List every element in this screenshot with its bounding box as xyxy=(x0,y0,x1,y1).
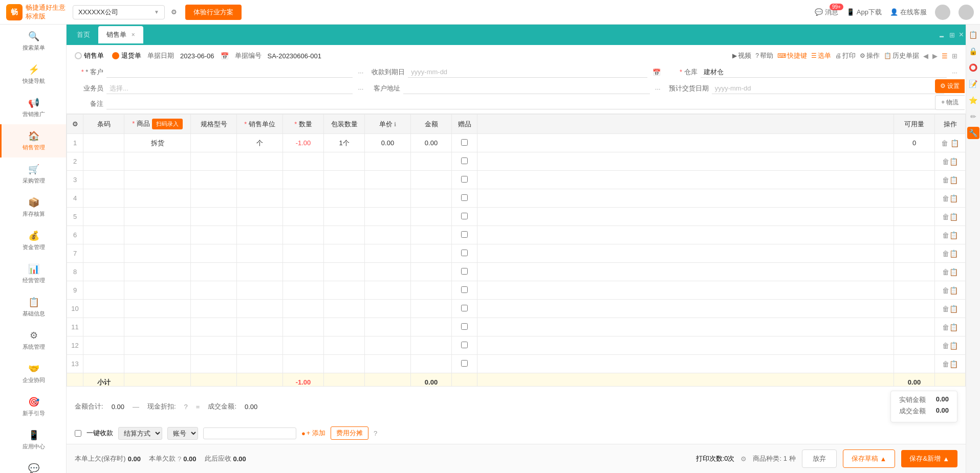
company-settings-icon[interactable]: ⚙ xyxy=(169,6,179,18)
save-draft-button[interactable]: 保存草稿 ▲ xyxy=(843,449,896,468)
customer-more-icon[interactable]: ··· xyxy=(358,69,363,76)
right-panel-icon-7[interactable]: 🔧 xyxy=(967,127,979,139)
payment-due-input[interactable] xyxy=(408,66,647,78)
right-panel-icon-6[interactable]: ✏ xyxy=(967,110,979,123)
col-settings-header[interactable]: ⚙ xyxy=(67,115,83,134)
right-panel-icon-3[interactable]: ⭕ xyxy=(967,61,979,74)
sidebar-item-sales[interactable]: 🏠 销售管理 xyxy=(0,124,66,157)
logistics-button[interactable]: + 物流 xyxy=(935,95,965,110)
copy-icon-1[interactable]: 📋 xyxy=(950,139,959,147)
sidebar-item-operations[interactable]: 📊 经营管理 xyxy=(0,257,66,290)
sidebar-item-enterprise[interactable]: 🤝 企业协同 xyxy=(0,357,66,390)
calendar-icon[interactable]: 📅 xyxy=(221,52,229,60)
salesperson-more-icon[interactable]: ··· xyxy=(358,85,363,93)
copy-icon[interactable]: 📋 xyxy=(949,250,958,258)
barcode-1[interactable] xyxy=(83,134,124,152)
online-service-button[interactable]: 👤 在线客服 xyxy=(890,8,927,17)
debit-info-icon[interactable]: ? xyxy=(178,455,181,463)
right-panel-icon-5[interactable]: ⭐ xyxy=(967,94,979,106)
sidebar-item-search[interactable]: 🔍 搜索菜单 xyxy=(0,25,66,58)
copy-icon[interactable]: 📋 xyxy=(949,213,958,221)
history-action[interactable]: 📋 历史单据 xyxy=(884,51,919,60)
scan-button[interactable]: 扫码录入 xyxy=(152,119,183,129)
sidebar-item-system[interactable]: ⚙ 系统管理 xyxy=(0,324,66,357)
copy-icon[interactable]: 📋 xyxy=(949,323,958,331)
right-panel-icon-4[interactable]: 📝 xyxy=(967,78,979,90)
tab-maximize-icon[interactable]: ⊞ xyxy=(949,31,955,39)
notes-1[interactable] xyxy=(477,134,894,152)
sidebar-item-guide[interactable]: 🎯 新手引导 xyxy=(0,390,66,423)
unit-price-1[interactable]: 0.00 xyxy=(365,134,411,152)
print-action[interactable]: 🖨 打印 xyxy=(835,51,856,60)
pkg-qty-1[interactable]: 1个 xyxy=(324,134,365,152)
spec-1[interactable] xyxy=(191,134,237,152)
copy-icon[interactable]: 📋 xyxy=(949,157,958,166)
tab-sales-order[interactable]: 销售单 × xyxy=(98,26,143,43)
delete-icon[interactable]: 🗑 xyxy=(942,286,949,295)
nav-prev-icon[interactable]: ◀ xyxy=(923,52,928,60)
avatar2[interactable] xyxy=(959,5,974,20)
customer-address-input[interactable] xyxy=(403,83,649,94)
right-panel-icon-2[interactable]: 🔒 xyxy=(967,45,979,57)
grid-view-icon[interactable]: ⊞ xyxy=(952,52,957,60)
sidebar-item-purchase[interactable]: 🛒 采购管理 xyxy=(0,157,66,191)
radio-return-order[interactable]: 退货单 xyxy=(112,51,141,60)
warehouse-input[interactable] xyxy=(701,66,947,78)
delete-icon[interactable]: 🗑 xyxy=(942,268,949,276)
save-new-button[interactable]: 保存&新增 ▲ xyxy=(901,450,957,467)
tab-close-all-icon[interactable]: × xyxy=(959,30,964,39)
fee-split-button[interactable]: 费用分摊 xyxy=(331,426,368,440)
copy-icon[interactable]: 📋 xyxy=(949,231,958,239)
amount-1[interactable]: 0.00 xyxy=(411,134,452,152)
video-action[interactable]: ▶ 视频 xyxy=(732,51,751,60)
customer-input[interactable] xyxy=(106,66,353,78)
nav-next-icon[interactable]: ▶ xyxy=(932,52,938,60)
delete-icon[interactable]: 🗑 xyxy=(942,194,949,202)
delete-icon[interactable]: 🗑 xyxy=(942,250,949,258)
address-more-icon[interactable]: ··· xyxy=(655,85,661,93)
sidebar-item-marketing[interactable]: 📢 营销推广 xyxy=(0,91,66,124)
print-settings-icon[interactable]: ⚙ xyxy=(741,455,747,463)
delete-icon[interactable]: 🗑 xyxy=(942,342,949,350)
discount-info-icon[interactable]: ? xyxy=(184,403,188,411)
delete-icon-1[interactable]: 🗑 xyxy=(941,139,948,147)
warehouse-more-icon[interactable]: ··· xyxy=(952,69,957,76)
gift-1[interactable] xyxy=(452,134,477,152)
account-select[interactable]: 账号 xyxy=(167,427,198,440)
unit-1[interactable]: 个 xyxy=(237,134,283,152)
copy-icon[interactable]: 📋 xyxy=(949,342,958,350)
company-selector[interactable]: XXXXXX公司 ▼ xyxy=(73,5,165,19)
note-input[interactable] xyxy=(106,98,957,109)
app-download-button[interactable]: 📱 App下载 xyxy=(846,8,882,17)
delete-icon[interactable]: 🗑 xyxy=(942,305,949,313)
payment-due-calendar-icon[interactable]: 📅 xyxy=(652,69,661,76)
trial-button[interactable]: 体验行业方案 xyxy=(185,5,242,20)
delete-icon[interactable]: 🗑 xyxy=(942,323,949,331)
radio-sales-order[interactable]: 销售单 xyxy=(75,51,104,60)
tab-home[interactable]: 首页 xyxy=(69,26,98,43)
delete-icon[interactable]: 🗑 xyxy=(942,231,949,239)
amount-input[interactable] xyxy=(203,427,296,439)
delivery-date-input[interactable] xyxy=(712,83,944,94)
operations-action[interactable]: ⚙ 操作 xyxy=(860,51,880,60)
settings-button[interactable]: ⚙ 设置 xyxy=(935,79,965,93)
copy-icon[interactable]: 📋 xyxy=(949,305,958,313)
shortcuts-action[interactable]: ⌨ 快捷键 xyxy=(777,51,807,60)
product-1[interactable]: 拆货 xyxy=(124,134,191,152)
calc-method-select[interactable]: 结算方式 xyxy=(118,427,162,440)
sidebar-item-wechat[interactable]: 💬 企业微信 xyxy=(0,457,66,473)
delete-icon[interactable]: 🗑 xyxy=(942,360,949,368)
abandon-button[interactable]: 放弃 xyxy=(802,449,837,468)
one-click-payment-checkbox[interactable] xyxy=(75,430,81,437)
sidebar-item-basic-info[interactable]: 📋 基础信息 xyxy=(0,290,66,324)
avatar[interactable] xyxy=(935,5,950,20)
delete-icon[interactable]: 🗑 xyxy=(942,213,949,221)
sidebar-item-app-center[interactable]: 📱 应用中心 xyxy=(0,423,66,457)
sidebar-item-finance[interactable]: 💰 资金管理 xyxy=(0,224,66,257)
fee-split-help-icon[interactable]: ? xyxy=(374,430,377,437)
right-panel-icon-1[interactable]: 📋 xyxy=(967,29,979,41)
help-action[interactable]: ? 帮助 xyxy=(755,51,773,60)
copy-icon[interactable]: 📋 xyxy=(949,268,958,276)
tab-close-icon[interactable]: × xyxy=(132,31,135,38)
copy-icon[interactable]: 📋 xyxy=(949,360,958,368)
